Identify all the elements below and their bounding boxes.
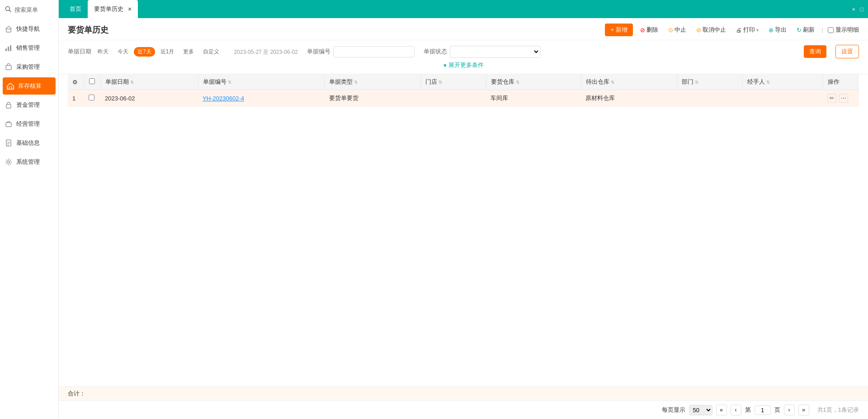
lock-icon bbox=[5, 101, 13, 109]
row-doc-number[interactable]: YH-20230602-4 bbox=[198, 90, 324, 107]
table-row: 1 2023-06-02 YH-20230602-4 要货单要货 车间库 原材料… bbox=[68, 90, 859, 107]
date-btn-more[interactable]: 更多 bbox=[179, 47, 198, 57]
filter-group-docstatus: 单据状态 bbox=[424, 46, 540, 58]
sort-icon: ⇅ bbox=[130, 80, 134, 85]
sidebar-item-system[interactable]: 系统管理 bbox=[0, 152, 58, 171]
date-btn-yesterday[interactable]: 昨天 bbox=[94, 47, 112, 57]
sidebar-item-label: 资金管理 bbox=[16, 101, 40, 109]
doc-number-input[interactable] bbox=[333, 46, 415, 57]
display-detail-checkbox[interactable] bbox=[828, 27, 834, 33]
row-store bbox=[420, 90, 486, 107]
briefcase-icon bbox=[5, 120, 13, 128]
table-footer: 合计： bbox=[59, 386, 868, 400]
suspend-button[interactable]: ⊙ 中止 bbox=[665, 24, 689, 36]
th-pending-warehouse: 待出仓库⇅ bbox=[581, 74, 677, 90]
data-table: ⚙ 单据日期⇅ 单据编号⇅ 单据类型⇅ bbox=[68, 74, 859, 107]
sidebar-item-label: 快捷导航 bbox=[16, 25, 40, 33]
topbar-close-btn[interactable]: × bbox=[852, 6, 856, 13]
per-page-label: 每页显示 bbox=[662, 406, 685, 414]
page-number-input[interactable] bbox=[755, 405, 771, 415]
sidebar-item-label: 系统管理 bbox=[16, 158, 40, 166]
edit-action-icon[interactable]: ✏ bbox=[827, 94, 836, 103]
first-page-btn[interactable]: « bbox=[716, 405, 727, 415]
per-page-select[interactable]: 50 20 100 bbox=[689, 405, 712, 415]
export-button[interactable]: ⊕ 导出 bbox=[766, 24, 789, 36]
prev-page-btn[interactable]: ‹ bbox=[731, 405, 741, 415]
sidebar-item-purchase[interactable]: 采购管理 bbox=[0, 57, 58, 76]
sidebar-item-sales[interactable]: 销售管理 bbox=[0, 38, 58, 57]
svg-rect-8 bbox=[6, 105, 11, 108]
doc-number-label: 单据编号 bbox=[307, 48, 330, 56]
display-detail-toggle[interactable]: 显示明细 bbox=[828, 26, 859, 34]
th-doc-date: 单据日期⇅ bbox=[100, 74, 198, 90]
suspend-icon: ⊙ bbox=[668, 27, 673, 33]
settings-button[interactable]: 设置 bbox=[835, 45, 859, 58]
delete-button[interactable]: ⊘ 删除 bbox=[637, 24, 661, 36]
next-page-btn[interactable]: › bbox=[784, 405, 795, 415]
cancel-suspend-icon: ⊘ bbox=[696, 27, 701, 33]
tab-requisition-history[interactable]: 要货单历史 × bbox=[88, 0, 138, 18]
date-range-display: 2023-05-27 至 2023-06-02 bbox=[234, 48, 297, 56]
row-doc-type: 要货单要货 bbox=[325, 90, 420, 107]
th-department: 部门⇅ bbox=[677, 74, 742, 90]
filter-area: 单据日期 昨天 今天 近7天 近1月 更多 自定义 2023-05-27 至 2… bbox=[59, 40, 868, 74]
date-btn-today[interactable]: 今天 bbox=[114, 47, 132, 57]
tab-home[interactable]: 首页 bbox=[63, 0, 88, 18]
table-header-row: ⚙ 单据日期⇅ 单据编号⇅ 单据类型⇅ bbox=[68, 74, 859, 90]
expand-more[interactable]: ▾ 展开更多条件 bbox=[68, 61, 859, 69]
svg-rect-3 bbox=[5, 48, 7, 51]
row-index: 1 bbox=[68, 90, 84, 107]
th-store: 门店⇅ bbox=[420, 74, 486, 90]
more-action-icon[interactable]: ⋯ bbox=[839, 94, 848, 103]
sidebar-item-label: 经营管理 bbox=[16, 120, 40, 128]
page-title: 要货单历史 bbox=[68, 24, 108, 35]
last-page-btn[interactable]: » bbox=[798, 405, 809, 415]
topbar-right: × □ bbox=[852, 6, 863, 13]
sidebar-search[interactable]: 搜索菜单 bbox=[0, 0, 58, 19]
sort-icon: ⇅ bbox=[354, 80, 358, 85]
cancel-suspend-button[interactable]: ⊘ 取消中止 bbox=[693, 24, 729, 36]
svg-point-14 bbox=[8, 161, 10, 163]
sidebar-item-finance[interactable]: 资金管理 bbox=[0, 95, 58, 114]
sort-icon: ⇅ bbox=[695, 80, 698, 85]
sidebar-item-operations[interactable]: 经营管理 bbox=[0, 114, 58, 133]
sidebar-item-quick-nav[interactable]: 快捷导航 bbox=[0, 19, 58, 38]
home-icon bbox=[5, 25, 13, 33]
new-button[interactable]: + 新增 bbox=[605, 24, 632, 36]
home-tab-label: 首页 bbox=[70, 5, 81, 13]
toolbar: + 新增 ⊘ 删除 ⊙ 中止 ⊘ 取消中止 🖨 打印 ▾ bbox=[605, 24, 859, 36]
select-all-checkbox[interactable] bbox=[89, 78, 95, 84]
sidebar-item-basic[interactable]: 基础信息 bbox=[0, 133, 58, 152]
th-handler: 经手人⇅ bbox=[742, 74, 823, 90]
page-label: 第 bbox=[745, 406, 751, 414]
date-btn-last7days[interactable]: 近7天 bbox=[134, 47, 155, 57]
th-settings[interactable]: ⚙ bbox=[68, 74, 84, 90]
topbar: 首页 要货单历史 × × □ bbox=[59, 0, 868, 18]
print-button[interactable]: 🖨 打印 ▾ bbox=[733, 24, 761, 36]
row-department bbox=[677, 90, 742, 107]
topbar-maximize-btn[interactable]: □ bbox=[860, 6, 863, 13]
sort-icon: ⇅ bbox=[611, 80, 614, 85]
row-select-checkbox[interactable] bbox=[89, 95, 94, 100]
requisition-tab-label: 要货单历史 bbox=[94, 5, 123, 13]
date-filter-buttons: 昨天 今天 近7天 近1月 更多 自定义 bbox=[94, 47, 223, 57]
print-icon: 🖨 bbox=[736, 27, 742, 33]
sort-icon: ⇅ bbox=[766, 80, 770, 85]
print-dropdown-icon: ▾ bbox=[756, 28, 759, 33]
chart-icon bbox=[5, 44, 13, 52]
th-action: 操作 bbox=[823, 74, 859, 90]
svg-rect-5 bbox=[10, 45, 11, 51]
main-area: 首页 要货单历史 × × □ 要货单历史 + 新增 ⊘ 删除 ⊙ 中止 bbox=[59, 0, 868, 419]
refresh-button[interactable]: ↻ 刷新 bbox=[794, 24, 817, 36]
close-tab-icon[interactable]: × bbox=[128, 5, 132, 13]
doc-status-select[interactable] bbox=[450, 46, 540, 58]
refresh-icon: ↻ bbox=[797, 27, 802, 33]
sidebar-item-label: 销售管理 bbox=[16, 44, 40, 52]
date-btn-custom[interactable]: 自定义 bbox=[199, 47, 223, 57]
total-info: 共1页，1条记录 bbox=[817, 406, 859, 414]
sidebar-search-label: 搜索菜单 bbox=[14, 6, 38, 14]
date-btn-last1month[interactable]: 近1月 bbox=[157, 47, 178, 57]
query-button[interactable]: 查询 bbox=[804, 45, 826, 58]
sidebar-item-inventory[interactable]: 库存核算 bbox=[3, 77, 56, 95]
sort-icon: ⇅ bbox=[439, 80, 442, 85]
